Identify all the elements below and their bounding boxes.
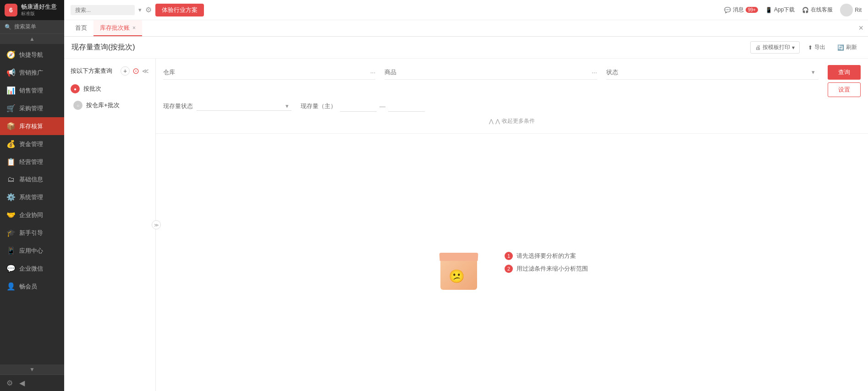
sidebar-item-sales[interactable]: 📊 销售管理 <box>0 81 64 99</box>
collapse-left-panel-icon[interactable]: ≪ <box>142 67 149 75</box>
sidebar-item-purchase[interactable]: 🛒 采购管理 <box>0 99 64 117</box>
step-2-num: 2 <box>505 265 513 273</box>
tab-inventory-batch-close[interactable]: × <box>132 25 136 31</box>
tab-bar-close-icon[interactable]: × <box>858 23 863 33</box>
sidebar-item-apps[interactable]: 📱 应用中心 <box>0 242 64 260</box>
message-badge: 99+ <box>746 7 758 13</box>
filter-area: 仓库 ··· 商品 ··· 状态 <box>156 59 868 134</box>
quantity-to-input[interactable] <box>388 101 425 112</box>
refresh-button[interactable]: 🔄 刷新 <box>834 42 861 53</box>
page-layout: 现存量查询(按批次) 🖨 按模板打印 ▾ ⬆ 导出 🔄 刷新 <box>64 37 868 391</box>
app-logo: 6 <box>5 4 17 16</box>
search-menu-label: 搜索菜单 <box>14 23 36 31</box>
empty-step-2: 2 用过滤条件来缩小分析范围 <box>505 265 588 273</box>
scroll-down-btn[interactable]: ▼ <box>0 364 64 375</box>
collapse-up-arrow: ⋀ ⋀ <box>489 118 500 125</box>
sidebar-item-basic[interactable]: 🗂 基础信息 <box>0 171 64 188</box>
sidebar-footer: ⚙ ◀ <box>0 375 64 391</box>
messages-btn[interactable]: 💬 消息 99+ <box>724 6 758 14</box>
guide-icon: 🎓 <box>6 228 16 237</box>
print-button[interactable]: 🖨 按模板打印 ▾ <box>750 41 800 54</box>
export-icon: ⬆ <box>808 44 813 51</box>
scroll-up-btn[interactable]: ▲ <box>0 34 64 44</box>
plan-batch-icon: ● <box>71 84 80 93</box>
plan-by-batch[interactable]: ● 按批次 <box>64 81 155 97</box>
app-download-btn[interactable]: 📱 App下载 <box>765 6 795 14</box>
collapse-conditions-btn[interactable]: ⋀ ⋀ 收起更多条件 <box>163 114 861 127</box>
user-profile-btn[interactable]: Rit <box>840 4 862 16</box>
sidebar-item-collab[interactable]: 🤝 企业协同 <box>0 206 64 224</box>
operations-icon: 📋 <box>6 157 16 166</box>
wechat-icon: 💬 <box>6 264 16 273</box>
sidebar-item-wechat-label: 企业微信 <box>19 265 43 273</box>
query-buttons: 查询 设置 <box>828 65 861 97</box>
sidebar-item-operations[interactable]: 📋 经营管理 <box>0 153 64 171</box>
sidebar-item-marketing-label: 营销推广 <box>19 69 43 77</box>
refresh-icon: 🔄 <box>837 44 844 51</box>
page-header: 现存量查询(按批次) 🖨 按模板打印 ▾ ⬆ 导出 🔄 刷新 <box>64 37 868 59</box>
sidebar-item-member[interactable]: 👤 畅会员 <box>0 277 64 295</box>
print-dropdown-icon[interactable]: ▾ <box>792 44 795 51</box>
online-service-btn[interactable]: 🎧 在线客服 <box>802 6 833 14</box>
tab-inventory-batch[interactable]: 库存批次账 × <box>93 20 142 36</box>
sidebar-item-shortcuts[interactable]: 🧭 快捷导航 <box>0 46 64 64</box>
sidebar-nav: 🧭 快捷导航 📢 营销推广 📊 销售管理 🛒 采购管理 📦 库存核算 💰 资金管… <box>0 44 64 364</box>
topbar-search-input[interactable] <box>71 5 135 15</box>
footer-collapse-icon[interactable]: ◀ <box>19 379 25 387</box>
status-label: 状态 <box>606 68 620 76</box>
warehouse-more-btn[interactable]: ··· <box>370 69 376 76</box>
tab-home-label: 首页 <box>75 24 87 32</box>
query-button[interactable]: 查询 <box>828 65 861 80</box>
status-chevron[interactable]: ▾ <box>812 69 815 76</box>
empty-step-1: 1 请先选择要分析的方案 <box>505 252 588 260</box>
sidebar-item-wechat[interactable]: 💬 企业微信 <box>0 260 64 277</box>
collapse-conditions-label: 收起更多条件 <box>502 117 535 125</box>
plan-warehouse-batch-label: 按仓库+批次 <box>86 101 120 109</box>
sidebar-item-finance[interactable]: 💰 资金管理 <box>0 135 64 153</box>
plan-by-warehouse-batch[interactable]: ○ 按仓库+批次 <box>64 97 155 114</box>
sidebar-item-basic-label: 基础信息 <box>19 175 43 184</box>
empty-state: 😕 1 请先选择要分析的方案 2 用过滤条件来缩小分析范围 <box>156 138 868 391</box>
sidebar-item-system[interactable]: ⚙️ 系统管理 <box>0 188 64 206</box>
product-input[interactable] <box>398 68 590 76</box>
content-area: 按以下方案查询 + ⊙ ≪ ● 按批次 ○ 按仓库+批次 ≫ <box>64 59 868 391</box>
download-icon: 📱 <box>765 7 772 13</box>
plan-settings-icon[interactable]: ⊙ <box>132 66 139 76</box>
marketing-icon: 📢 <box>6 68 16 77</box>
tab-home[interactable]: 首页 <box>69 20 93 36</box>
quantity-from-input[interactable] <box>340 101 377 112</box>
product-more-btn[interactable]: ··· <box>592 69 597 76</box>
add-plan-icon[interactable]: + <box>121 66 130 76</box>
sidebar-item-operations-label: 经营管理 <box>19 158 43 166</box>
user-avatar <box>840 4 853 16</box>
empty-text-container: 1 请先选择要分析的方案 2 用过滤条件来缩小分析范围 <box>505 252 588 277</box>
trial-button[interactable]: 体验行业方案 <box>155 4 204 16</box>
sidebar-item-purchase-label: 采购管理 <box>19 104 43 113</box>
export-button[interactable]: ⬆ 导出 <box>804 42 829 53</box>
plan-warehouse-batch-icon: ○ <box>73 101 82 110</box>
footer-settings-icon[interactable]: ⚙ <box>6 379 13 387</box>
warehouse-input[interactable] <box>177 68 368 76</box>
empty-illustration: 😕 <box>436 237 491 292</box>
close-left-panel-btn[interactable]: ≫ <box>152 220 161 229</box>
right-panel: 仓库 ··· 商品 ··· 状态 <box>156 59 868 391</box>
settings-button[interactable]: 设置 <box>828 82 861 97</box>
sidebar-item-marketing[interactable]: 📢 营销推广 <box>0 64 64 81</box>
member-icon: 👤 <box>6 282 16 291</box>
left-panel-header-actions: + ⊙ ≪ <box>121 66 149 76</box>
sidebar-item-inventory-label: 库存核算 <box>19 122 43 130</box>
apps-icon: 📱 <box>6 246 16 255</box>
sidebar-item-guide[interactable]: 🎓 新手引导 <box>0 224 64 242</box>
left-panel: 按以下方案查询 + ⊙ ≪ ● 按批次 ○ 按仓库+批次 ≫ <box>64 59 156 391</box>
step-1-num: 1 <box>505 252 513 260</box>
topbar-dropdown-icon[interactable]: ▾ <box>138 6 142 13</box>
page-header-actions: 🖨 按模板打印 ▾ ⬆ 导出 🔄 刷新 <box>750 41 861 54</box>
sidebar-item-inventory[interactable]: 📦 库存核算 <box>0 117 64 135</box>
product-label: 商品 <box>385 68 398 76</box>
sidebar-item-collab-label: 企业协同 <box>19 211 43 219</box>
message-icon: 💬 <box>724 7 731 13</box>
inventory-status-chevron[interactable]: ▾ <box>286 103 289 109</box>
page-title: 现存量查询(按批次) <box>71 43 135 52</box>
search-menu[interactable]: 🔍 搜索菜单 <box>0 20 64 34</box>
topbar-gear-icon[interactable]: ⚙ <box>145 5 152 14</box>
